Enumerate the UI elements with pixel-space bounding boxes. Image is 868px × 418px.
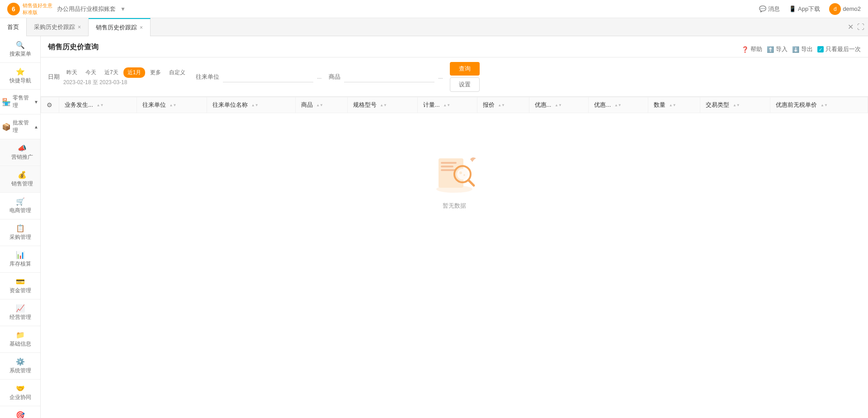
sort-arrows-unit: ▲▼ — [443, 104, 450, 107]
newcomer-guide-icon: 🎯 — [16, 411, 25, 418]
sort-arrows-trade-type: ▲▼ — [733, 104, 740, 107]
empty-state: 暂无数据 — [41, 113, 868, 246]
sidebar-item-operation-mgmt[interactable]: 📈 经营管理 — [0, 299, 40, 326]
marketing-icon: 📣 — [18, 144, 27, 152]
th-business-date[interactable]: 业务发生... ▲▼ — [59, 97, 137, 113]
sales-mgmt-icon: 💰 — [18, 171, 27, 179]
th-pre-tax-price[interactable]: 优惠前无税单价 ▲▼ — [770, 97, 868, 113]
sidebar-item-finance-mgmt[interactable]: 💳 资金管理 — [0, 273, 40, 299]
date-1month-btn[interactable]: 近1月 — [123, 67, 146, 78]
user-avatar-area[interactable]: d demo2 — [829, 3, 861, 15]
message-icon: 💬 — [759, 5, 766, 12]
ecommerce-mgmt-icon: 🛒 — [16, 197, 25, 206]
tab-purchase-history[interactable]: 采购历史价跟踪 × — [27, 18, 89, 36]
sidebar-item-ecommerce-mgmt[interactable]: 🛒 电商管理 — [0, 193, 40, 219]
svg-rect-3 — [441, 166, 453, 167]
goods-filter-label: 商品 — [329, 73, 340, 81]
sidebar: 🔍 搜索菜单 ⭐ 快捷导航 🏪 零售管理 ▼ 📦 批发管理 ▲ 📣 营销推广 💰… — [0, 36, 41, 418]
sort-arrows-pre-tax-price: ▲▼ — [821, 104, 828, 107]
gear-icon[interactable]: ⚙ — [47, 101, 52, 109]
th-discount1[interactable]: 优惠... ▲▼ — [529, 97, 589, 113]
th-partner-name[interactable]: 往来单位名称 ▲▼ — [207, 97, 295, 113]
tab-sales-history[interactable]: 销售历史价跟踪 × — [89, 18, 151, 36]
th-quantity[interactable]: 数量 ▲▼ — [648, 97, 700, 113]
th-partner-code[interactable]: 往来单位 ▲▼ — [137, 97, 207, 113]
date-custom-btn[interactable]: 自定义 — [166, 67, 189, 78]
data-table: ⚙ 业务发生... ▲▼ 往来单位 ▲▼ 往来单位名称 ▲▼ — [41, 97, 868, 246]
sidebar-item-inventory-check[interactable]: 📊 库存核算 — [0, 246, 40, 273]
goods-input[interactable] — [344, 71, 434, 82]
sidebar-item-system-mgmt[interactable]: ⚙️ 系统管理 — [0, 353, 40, 380]
sidebar-item-enterprise-coop[interactable]: 🤝 企业协同 — [0, 380, 40, 406]
date-shortcuts: 昨天 今天 近7天 近1月 更多 自定义 2023-02-18 至 2023-0… — [63, 67, 189, 86]
operation-mgmt-icon: 📈 — [16, 304, 25, 313]
date-yesterday-btn[interactable]: 昨天 — [63, 67, 80, 78]
sidebar-item-newcomer-guide[interactable]: 🎯 新手引导 — [0, 406, 40, 418]
date-range-display: 2023-02-18 至 2023-03-18 — [63, 79, 189, 86]
sidebar-item-quick-nav[interactable]: ⭐ 快捷导航 — [0, 63, 40, 90]
partner-filter-group: 往来单位 ... — [196, 71, 321, 82]
query-button[interactable]: 查询 — [450, 62, 480, 76]
quick-nav-icon: ⭐ — [16, 67, 25, 76]
th-unit[interactable]: 计量... ▲▼ — [417, 97, 477, 113]
svg-point-8 — [459, 171, 462, 174]
th-trade-type[interactable]: 交易类型 ▲▼ — [700, 97, 770, 113]
svg-rect-2 — [441, 162, 457, 164]
purchase-mgmt-icon: 📋 — [16, 224, 25, 233]
sidebar-item-basic-info[interactable]: 📁 基础信息 — [0, 326, 40, 353]
goods-filter-group: 商品 ... — [329, 71, 443, 82]
sidebar-item-search-menu[interactable]: 🔍 搜索菜单 — [0, 36, 40, 63]
export-icon: ⬇️ — [792, 46, 799, 53]
tab-home[interactable]: 首页 — [0, 18, 27, 36]
goods-more-btn[interactable]: ... — [438, 74, 443, 80]
svg-point-6 — [457, 169, 468, 180]
filter-area: 日期 昨天 今天 近7天 近1月 更多 自定义 2023-02-18 至 202… — [41, 57, 868, 97]
sort-arrows-quantity: ▲▼ — [669, 104, 676, 107]
partner-input[interactable] — [223, 71, 313, 82]
tab-maximize-btn[interactable]: ⛶ — [857, 23, 864, 31]
sidebar-item-purchase-mgmt[interactable]: 📋 采购管理 — [0, 219, 40, 246]
retail-mgmt-icon: 🏪 — [2, 98, 11, 106]
inventory-check-icon: 📊 — [16, 251, 25, 259]
date-filter-group: 日期 昨天 今天 近7天 近1月 更多 自定义 2023-02-18 至 202… — [48, 67, 189, 86]
logo-text: 销售值好生意 标准版 — [23, 2, 52, 15]
search-menu-icon: 🔍 — [16, 41, 25, 49]
th-settings[interactable]: ⚙ — [41, 97, 59, 113]
th-spec[interactable]: 规格型号 ▲▼ — [347, 97, 417, 113]
th-discount2[interactable]: 优惠... ▲▼ — [589, 97, 648, 113]
date-today-btn[interactable]: 今天 — [82, 67, 99, 78]
th-quoted-price[interactable]: 报价 ▲▼ — [477, 97, 529, 113]
date-more-btn[interactable]: 更多 — [147, 67, 164, 78]
sort-arrows-partner-name: ▲▼ — [251, 104, 259, 107]
empty-text: 暂无数据 — [443, 202, 466, 210]
header-left: 6 销售值好生意 标准版 办公用品行业模拟账套 ▼ — [7, 2, 126, 15]
partner-more-btn[interactable]: ... — [317, 74, 321, 80]
table-container: ⚙ 业务发生... ▲▼ 往来单位 ▲▼ 往来单位名称 ▲▼ — [41, 97, 868, 418]
sidebar-item-marketing[interactable]: 📣 营销推广 — [0, 139, 40, 166]
tab-sales-close[interactable]: × — [140, 24, 143, 31]
main-layout: 🔍 搜索菜单 ⭐ 快捷导航 🏪 零售管理 ▼ 📦 批发管理 ▲ 📣 营销推广 💰… — [0, 36, 868, 418]
basic-info-icon: 📁 — [16, 331, 25, 339]
import-btn[interactable]: ⬆️ 导入 — [767, 45, 788, 53]
help-btn[interactable]: ❓ 帮助 — [741, 45, 762, 53]
app-dropdown-arrow[interactable]: ▼ — [120, 6, 126, 12]
help-icon: ❓ — [741, 46, 749, 53]
date-7days-btn[interactable]: 近7天 — [101, 67, 122, 78]
tab-purchase-close[interactable]: × — [78, 24, 81, 30]
message-btn[interactable]: 💬 消息 — [759, 5, 780, 13]
export-btn[interactable]: ⬇️ 导出 — [792, 45, 813, 53]
app-download-btn[interactable]: 📱 App下载 — [789, 5, 820, 13]
date-filter-label: 日期 — [48, 73, 60, 81]
settings-button[interactable]: 设置 — [450, 77, 480, 92]
sidebar-item-wholesale-mgmt[interactable]: 📦 批发管理 ▲ — [0, 114, 40, 139]
only-last-checkbox[interactable]: ✓ 只看最后一次 — [817, 45, 861, 53]
header: 6 销售值好生意 标准版 办公用品行业模拟账套 ▼ 💬 消息 📱 App下载 d… — [0, 0, 868, 18]
sidebar-item-sales-mgmt[interactable]: 💰 销售管理 — [0, 166, 40, 193]
filter-actions: 查询 设置 — [450, 62, 480, 92]
sort-arrows-goods: ▲▼ — [316, 104, 323, 107]
tab-close-window-btn[interactable]: ✕ — [848, 23, 854, 31]
sidebar-item-retail-mgmt[interactable]: 🏪 零售管理 ▼ — [0, 90, 40, 114]
th-goods[interactable]: 商品 ▲▼ — [295, 97, 347, 113]
sort-arrows-discount1: ▲▼ — [555, 104, 562, 107]
sort-arrows-quoted-price: ▲▼ — [498, 104, 505, 107]
